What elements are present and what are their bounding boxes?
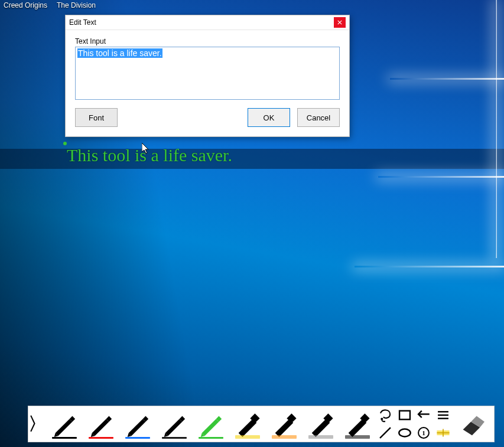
shape-tools-group: 1	[376, 406, 453, 442]
svg-marker-12	[165, 419, 183, 436]
close-button[interactable]	[334, 17, 346, 28]
text-input[interactable]: This tool is a life saver.	[75, 47, 340, 100]
font-button[interactable]: Font	[75, 108, 118, 127]
text-highlight-icon	[435, 425, 451, 441]
toolbar-expand-button[interactable]: 〉	[28, 406, 46, 442]
svg-point-33	[399, 429, 411, 437]
svg-marker-15	[202, 419, 219, 436]
desktop: Creed Origins The Division This tool is …	[0, 0, 504, 447]
lasso-tool-icon	[378, 407, 393, 423]
chevron-right-icon: 〉	[28, 412, 46, 436]
rectangle-tool-icon	[397, 407, 412, 423]
eraser-icon	[457, 410, 485, 438]
pen-black[interactable]	[46, 406, 83, 442]
lines-tool[interactable]	[434, 406, 453, 424]
annotation-text: This tool is a life saver.	[67, 145, 232, 165]
pen-red[interactable]	[83, 406, 119, 442]
close-icon	[337, 20, 342, 25]
hl-yellow[interactable]	[229, 406, 266, 442]
lines-tool-icon	[435, 407, 451, 423]
ellipse-tool-icon	[397, 425, 412, 441]
annotation-toolbar: 〉 1	[28, 406, 495, 442]
dialog-title: Edit Text	[69, 15, 334, 30]
text-highlight-tool[interactable]	[434, 424, 453, 442]
dialog-titlebar[interactable]: Edit Text	[66, 15, 349, 30]
edit-text-dialog: Edit Text Text Input This tool is a life…	[65, 15, 350, 137]
svg-marker-9	[129, 419, 146, 436]
svg-point-26	[381, 417, 383, 420]
undo-icon	[416, 407, 431, 423]
svg-line-32	[380, 428, 391, 438]
numbered-stamp-tool[interactable]: 1	[414, 424, 434, 442]
svg-marker-3	[56, 419, 73, 436]
rectangle-tool[interactable]	[395, 406, 415, 424]
text-input-label: Text Input	[75, 37, 340, 45]
pen-green[interactable]	[193, 406, 229, 442]
pen-dark[interactable]	[156, 406, 193, 442]
desktop-shortcut-division[interactable]: The Division	[57, 1, 96, 9]
desktop-shortcut-creed[interactable]: Creed Origins	[4, 1, 47, 9]
ok-button[interactable]: OK	[248, 108, 290, 127]
selected-text: This tool is a life saver.	[77, 48, 162, 58]
hl-gray[interactable]	[303, 406, 339, 442]
line-tool[interactable]	[376, 424, 395, 442]
hl-orange[interactable]	[266, 406, 303, 442]
line-tool-icon	[378, 425, 393, 441]
lasso-tool[interactable]	[376, 406, 395, 424]
svg-rect-27	[399, 411, 410, 420]
numbered-stamp-icon: 1	[416, 425, 431, 441]
ellipse-tool[interactable]	[395, 424, 415, 442]
hl-black[interactable]	[339, 406, 376, 442]
pen-blue[interactable]	[119, 406, 156, 442]
svg-text:1: 1	[422, 429, 425, 436]
undo-tool[interactable]	[414, 406, 434, 424]
eraser-tool[interactable]	[453, 406, 489, 442]
svg-marker-6	[92, 419, 109, 436]
cancel-button[interactable]: Cancel	[297, 108, 340, 127]
